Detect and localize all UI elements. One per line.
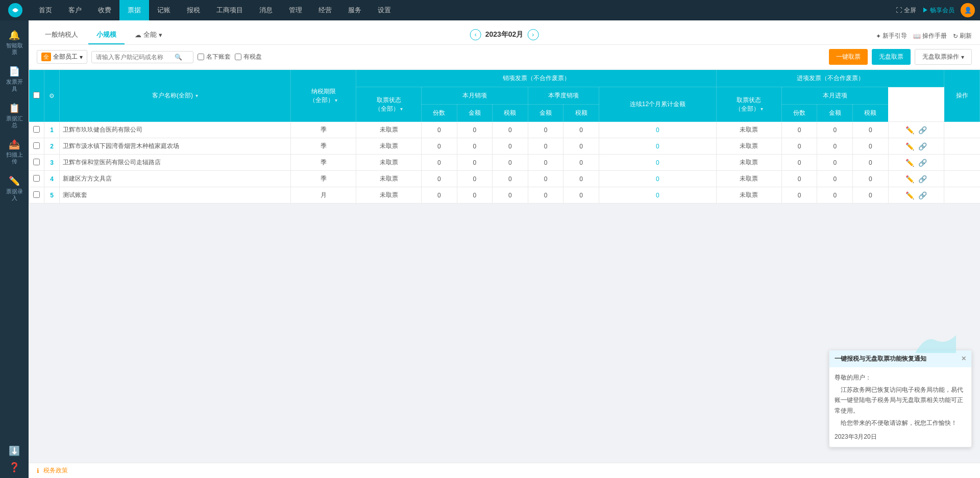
status-bar: ℹ 税务政策 [29,463,980,478]
period-text: 2023年02月 [485,30,524,39]
row-input-status: 未取票 [716,187,781,204]
svg-point-1 [14,9,17,12]
row-checkbox[interactable] [33,142,40,149]
view-icon[interactable]: 🔗 [918,159,927,167]
th-checkbox [29,70,44,122]
row-input-monthly-tax: 0 [853,171,889,187]
row-input-status: 未取票 [716,122,781,138]
search-icon[interactable]: 🔍 [175,54,182,61]
edit-icon[interactable]: ✏️ [905,126,914,134]
edit-icon[interactable]: ✏️ [905,142,914,150]
nav-item-fee[interactable]: 收费 [90,0,119,20]
period-nav: ‹ 2023年02月 › [470,29,539,40]
avatar[interactable]: 👤 [961,3,975,17]
row-customer-name: 测试账套 [60,187,291,204]
fullscreen-btn[interactable]: ⛶ 全屏 [896,6,916,15]
th-input-monthly-count: 份数 [781,105,817,122]
period-next-btn[interactable]: › [527,29,538,40]
tab-small-scale[interactable]: 小规模 [88,26,125,44]
sales-12m-link[interactable]: 0 [656,127,659,134]
row-checkbox[interactable] [33,191,40,198]
row-checkbox[interactable] [33,175,40,182]
tab-all-capable[interactable]: ☁ 全能 ▾ [127,26,170,44]
sidebar-item-scan-upload[interactable]: 📤 扫描上传 [2,135,27,169]
sidebar-download-icon[interactable]: ⬇️ [9,445,20,457]
sidebar-item-invoice-issue[interactable]: 📄 发票开具 [2,62,27,96]
refresh-btn[interactable]: ↻ 刷新 [953,32,972,40]
row-sales-monthly-count: 0 [421,138,457,155]
no-disk-ops-button[interactable]: 无盘取票操作 ▾ [915,49,972,65]
tab-general-taxpayer[interactable]: 一般纳税人 [37,26,86,44]
row-input-monthly-count: 0 [781,187,817,204]
nav-item-message[interactable]: 消息 [251,0,281,20]
row-period: 季 [291,155,356,171]
row-input-monthly-count: 0 [781,122,817,138]
edit-icon[interactable]: ✏️ [905,175,914,183]
row-input-monthly-tax: 0 [853,187,889,204]
row-sales-monthly-tax: 0 [493,187,528,204]
nav-item-operation[interactable]: 经营 [310,0,340,20]
select-all-checkbox[interactable] [33,92,40,98]
row-checkbox[interactable] [33,159,40,165]
row-sales-quarterly-tax: 0 [564,187,599,204]
tax-disk-filter[interactable]: 有税盘 [235,53,262,61]
view-icon[interactable]: 🔗 [918,142,927,150]
name-account-filter[interactable]: 名下账套 [198,53,231,61]
view-icon[interactable]: 🔗 [918,126,927,134]
tax-disk-checkbox[interactable] [235,54,241,60]
row-input-monthly-count: 0 [781,171,817,187]
tax-policy-link[interactable]: 税务政策 [43,466,68,475]
row-index: 3 [44,155,60,171]
table-row: 3 卫辉市保和堂医药有限公司走辐路店 季 未取票 0 0 0 0 0 0 未取票… [29,155,980,171]
edit-icon[interactable]: ✏️ [905,159,914,167]
nav-item-tax[interactable]: 报税 [179,0,208,20]
manual-btn[interactable]: 📖 操作手册 [913,32,947,40]
edit-icon[interactable]: ✏️ [905,191,914,199]
th-input-group: 进项发票（不合作废票） [716,70,944,87]
sales-12m-link[interactable]: 0 [656,175,659,183]
row-sales-status: 未取票 [356,122,422,138]
sidebar-item-smart-fetch[interactable]: 🔔 智能取票 [2,26,27,60]
beginner-guide-btn[interactable]: ✦ 新手引导 [876,32,907,40]
employee-filter[interactable]: 全 全部员工 ▾ [37,50,87,64]
quick-fetch-button[interactable]: 一键取票 [829,49,868,65]
sales-12m-link[interactable]: 0 [656,192,659,199]
close-icon[interactable]: ✕ [961,355,966,362]
smart-fetch-icon: 🔔 [9,30,20,41]
nav-item-business[interactable]: 工商项目 [208,0,251,20]
sales-12m-link[interactable]: 0 [656,159,659,166]
nav-item-customer[interactable]: 客户 [60,0,90,20]
row-index: 1 [44,122,60,138]
sidebar-question-icon[interactable]: ❓ [9,462,20,473]
row-sales-monthly-amount: 0 [457,138,493,155]
nav-item-manage[interactable]: 管理 [281,0,310,20]
nav-item-service[interactable]: 服务 [340,0,370,20]
nav-item-invoice[interactable]: 票据 [119,0,149,20]
th-action: 操作 [944,70,980,122]
view-icon[interactable]: 🔗 [918,175,927,183]
row-checkbox[interactable] [33,126,40,133]
sidebar-item-invoice-summary[interactable]: 📋 票据汇总 [2,98,27,133]
row-customer-name: 卫辉市汲水镇下园湾香烟营木种植家庭农场 [60,138,291,155]
row-sales-monthly-count: 0 [421,187,457,204]
row-actions: ✏️ 🔗 [888,171,944,187]
row-sales-quarterly-tax: 0 [564,138,599,155]
search-input[interactable] [96,54,173,61]
th-input-monthly-amount: 金额 [817,105,853,122]
nav-item-settings[interactable]: 设置 [370,0,399,20]
th-customer-name: 客户名称(全部) ▾ [60,70,291,122]
sidebar-item-invoice-entry[interactable]: ✏️ 票据录入 [2,171,27,206]
no-disk-fetch-button[interactable]: 无盘取票 [872,49,911,65]
row-sales-status: 未取票 [356,138,422,155]
row-sales-12m: 0 [599,171,716,187]
vip-btn[interactable]: ▶ 畅享会员 [922,6,954,15]
view-icon[interactable]: 🔗 [918,191,927,199]
period-prev-btn[interactable]: ‹ [470,29,481,40]
nav-item-bookkeeping[interactable]: 记账 [149,0,179,20]
sales-12m-link[interactable]: 0 [656,143,659,150]
row-input-monthly-tax: 0 [853,122,889,138]
name-account-checkbox[interactable] [198,54,204,60]
settings-icon[interactable]: ⚙ [49,92,55,99]
search-box: 🔍 [91,51,193,63]
nav-item-home[interactable]: 首页 [31,0,60,20]
